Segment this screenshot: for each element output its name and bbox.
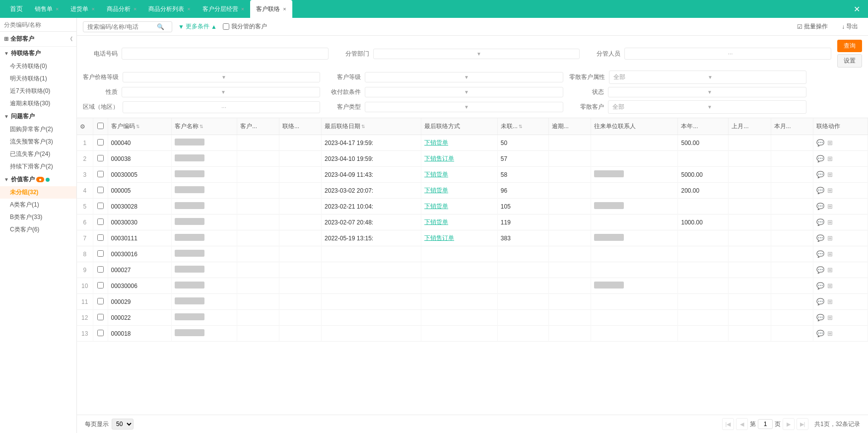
page-size-select[interactable]: 50 (112, 419, 134, 430)
row-checkbox[interactable] (97, 171, 104, 177)
sidebar-item-ungroup[interactable]: 未分组(32) (0, 186, 76, 199)
message-action-icon[interactable]: 💬 (816, 218, 824, 226)
main-search-input[interactable] (87, 23, 157, 30)
retail-attr-select[interactable]: 全部 ▼ (609, 71, 806, 84)
message-action-icon[interactable]: 💬 (816, 187, 824, 194)
contact-way-cell[interactable]: 下销货单 (421, 215, 498, 230)
row-checkbox[interactable] (97, 266, 104, 273)
query-button[interactable]: 查询 (837, 40, 862, 52)
col-uncontact[interactable]: 未联...⇅ (497, 118, 548, 135)
nav-tab-sales[interactable]: 销售单 × (29, 0, 65, 18)
page-number-input[interactable] (758, 419, 773, 429)
col-this-month[interactable]: 本月... (771, 118, 813, 135)
col-checkbox[interactable] (93, 118, 108, 135)
contact-way-cell[interactable]: 下销货单 (421, 183, 498, 199)
row-checkbox[interactable] (97, 139, 104, 145)
message-action-icon[interactable]: 💬 (816, 171, 824, 178)
retail-customer-select[interactable]: 全部 ▼ (608, 100, 806, 114)
settings-icon[interactable]: ⚙ (80, 123, 85, 130)
grid-action-icon[interactable]: ⊞ (827, 234, 833, 242)
grid-action-icon[interactable]: ⊞ (827, 187, 833, 194)
row-checkbox-cell[interactable] (93, 183, 108, 199)
sidebar-item-today[interactable]: 今天待联络(0) (0, 60, 76, 72)
grid-action-icon[interactable]: ⊞ (827, 330, 833, 337)
nav-tab-customer-contact[interactable]: 客户联络 × (250, 0, 292, 18)
col-code[interactable]: 客户编码⇅ (108, 118, 171, 135)
dept-select[interactable]: ▼ (373, 49, 580, 59)
grid-action-icon[interactable]: ⊞ (827, 218, 833, 226)
first-page-button[interactable]: |◀ (722, 418, 734, 430)
nav-tab-customer-tier[interactable]: 客户分层经营 × (197, 0, 250, 18)
region-select[interactable]: ··· (123, 101, 320, 113)
prev-page-button[interactable]: ◀ (736, 418, 748, 430)
row-checkbox[interactable] (97, 187, 104, 193)
message-action-icon[interactable]: 💬 (816, 298, 824, 305)
row-checkbox[interactable] (97, 203, 104, 209)
row-checkbox[interactable] (97, 314, 104, 320)
message-action-icon[interactable]: 💬 (816, 234, 824, 242)
contact-way-cell[interactable]: 下销售订单 (421, 151, 498, 167)
grid-action-icon[interactable]: ⊞ (827, 139, 833, 146)
main-search-icon[interactable]: 🔍 (157, 23, 164, 30)
payment-select[interactable]: ▼ (365, 87, 563, 97)
row-checkbox-cell[interactable] (93, 215, 108, 230)
sidebar-item-declining[interactable]: 持续下滑客户(2) (0, 160, 76, 173)
my-customers-checkbox[interactable] (223, 23, 229, 30)
customer-grade-select[interactable]: ▼ (365, 72, 563, 82)
export-button[interactable]: ↓ 导出 (838, 21, 862, 32)
contact-way-cell[interactable]: 下销货单 (421, 199, 498, 215)
col-last-month[interactable]: 上月... (729, 118, 771, 135)
grid-action-icon[interactable]: ⊞ (827, 298, 833, 305)
close-icon[interactable]: × (91, 6, 94, 12)
grid-action-icon[interactable]: ⊞ (827, 282, 833, 289)
person-select[interactable]: ··· (624, 48, 831, 60)
next-page-button[interactable]: ▶ (783, 418, 795, 430)
col-unit-contact[interactable]: 往来单位联系人 (591, 118, 678, 135)
customer-type-select[interactable]: ▼ (365, 102, 563, 112)
row-checkbox-cell[interactable] (93, 135, 108, 151)
sidebar-item-b-class[interactable]: B类客户(33) (0, 211, 76, 223)
row-checkbox-cell[interactable] (93, 262, 108, 278)
col-this-year[interactable]: 本年... (678, 118, 729, 135)
nav-tab-analysis-list[interactable]: 商品分析列表 × (142, 0, 196, 18)
grid-action-icon[interactable]: ⊞ (827, 314, 833, 321)
col-settings[interactable]: ⚙ (77, 118, 93, 135)
message-action-icon[interactable]: 💬 (816, 282, 824, 289)
nav-home[interactable]: 首页 (4, 0, 29, 18)
col-overdue[interactable]: 逾期... (548, 118, 591, 135)
window-close-button[interactable]: ✕ (850, 4, 864, 14)
contact-way-cell[interactable]: 下销货单 (421, 167, 498, 183)
row-checkbox-cell[interactable] (93, 310, 108, 326)
nav-tab-purchase[interactable]: 进货单 × (65, 0, 100, 18)
message-action-icon[interactable]: 💬 (816, 266, 824, 274)
sidebar-item-c-class[interactable]: C类客户(6) (0, 223, 76, 236)
row-checkbox[interactable] (97, 250, 104, 257)
message-action-icon[interactable]: 💬 (816, 330, 824, 337)
nav-tab-analysis[interactable]: 商品分析 × (101, 0, 142, 18)
row-checkbox[interactable] (97, 218, 104, 225)
row-checkbox[interactable] (97, 330, 104, 336)
row-checkbox[interactable] (97, 298, 104, 304)
sidebar-item-churn-warning[interactable]: 流失预警客户(3) (0, 136, 76, 148)
sidebar-item-abnormal[interactable]: 固购异常客户(2) (0, 123, 76, 136)
col-category[interactable]: 客户... (237, 118, 279, 135)
row-checkbox[interactable] (97, 155, 104, 161)
grid-action-icon[interactable]: ⊞ (827, 171, 833, 178)
col-name[interactable]: 客户名称⇅ (171, 118, 237, 135)
sidebar-group-pending[interactable]: ▼ 待联络客户 (0, 47, 76, 60)
gender-select[interactable]: ▼ (122, 87, 320, 97)
reset-button[interactable]: 设置 (837, 54, 862, 68)
row-checkbox[interactable] (97, 282, 104, 289)
col-contact[interactable]: 联络... (279, 118, 322, 135)
sidebar-search-input[interactable] (4, 21, 77, 28)
message-action-icon[interactable]: 💬 (816, 203, 824, 210)
grid-action-icon[interactable]: ⊞ (827, 250, 833, 258)
row-checkbox-cell[interactable] (93, 294, 108, 310)
close-icon[interactable]: × (241, 6, 244, 12)
sidebar-item-churned[interactable]: 已流失客户(24) (0, 148, 76, 160)
select-all-checkbox[interactable] (97, 123, 104, 129)
message-action-icon[interactable]: 💬 (816, 314, 824, 321)
col-last-contact-way[interactable]: 最后联络方式 (421, 118, 498, 135)
close-icon[interactable]: × (56, 6, 59, 12)
status-select[interactable]: ▼ (608, 87, 806, 97)
